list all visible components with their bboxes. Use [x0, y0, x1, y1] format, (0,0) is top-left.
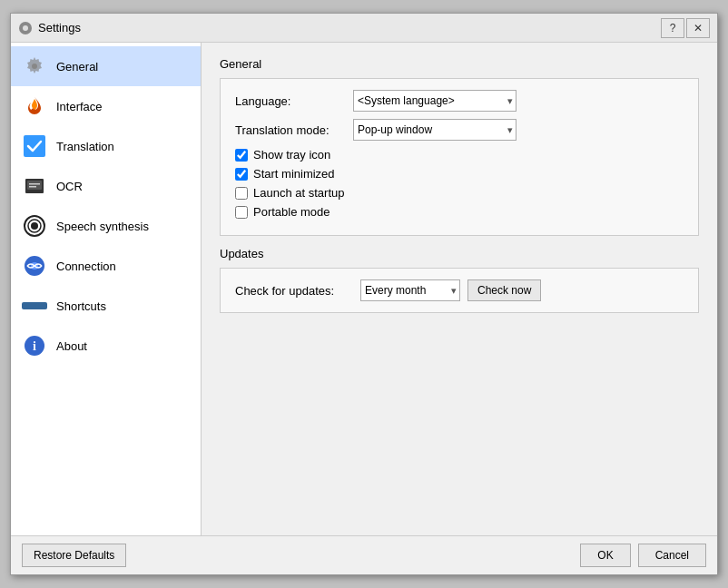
sidebar-list: General Interface [11, 43, 201, 535]
sidebar-item-ocr-label: OCR [56, 180, 83, 193]
ocr-icon [22, 173, 47, 199]
speech-icon [22, 213, 47, 239]
connection-icon [22, 253, 47, 279]
window-body: General Interface [11, 43, 717, 535]
app-icon [18, 21, 33, 35]
launch-at-startup-checkbox[interactable] [235, 187, 248, 200]
sidebar: General Interface [11, 43, 202, 535]
window-title: Settings [38, 21, 661, 34]
sidebar-item-general[interactable]: General [11, 46, 201, 86]
general-section-title: General [220, 57, 699, 71]
sidebar-item-interface[interactable]: Interface [11, 86, 201, 126]
sidebar-item-shortcuts[interactable]: Shortcuts [11, 286, 201, 326]
sidebar-item-about-label: About [56, 339, 87, 353]
title-bar: Settings ? ✕ [11, 14, 717, 43]
svg-rect-7 [29, 186, 36, 188]
check-interval-select-wrapper: Never Every day Every week Every month [360, 279, 460, 301]
sidebar-item-speech-label: Speech synthesis [56, 220, 149, 233]
show-tray-icon-checkbox[interactable] [235, 149, 248, 162]
flame-icon [22, 93, 47, 119]
bottom-bar: Restore Defaults OK Cancel [11, 535, 717, 574]
launch-at-startup-label[interactable]: Launch at startup [253, 186, 344, 200]
svg-rect-5 [27, 181, 42, 190]
sidebar-item-ocr[interactable]: OCR [11, 166, 201, 206]
launch-at-startup-row: Launch at startup [235, 186, 684, 200]
portable-mode-label[interactable]: Portable mode [253, 205, 330, 219]
svg-rect-6 [29, 183, 40, 185]
check-icon [22, 133, 47, 159]
sidebar-item-translation-label: Translation [56, 140, 114, 153]
help-button[interactable]: ? [661, 18, 684, 38]
svg-point-9 [31, 222, 38, 230]
sidebar-item-speech-synthesis[interactable]: Speech synthesis [11, 206, 201, 246]
window-controls: ? ✕ [661, 18, 710, 38]
sidebar-item-shortcuts-label: Shortcuts [56, 299, 106, 313]
start-minimized-checkbox[interactable] [235, 168, 248, 181]
main-content: General Language: <System language> Engl… [202, 43, 717, 535]
check-for-updates-label: Check for updates: [235, 284, 353, 298]
check-now-button[interactable]: Check now [467, 279, 541, 301]
language-label: Language: [235, 94, 353, 108]
bottom-right-buttons: OK Cancel [580, 544, 706, 567]
updates-section-title: Updates [220, 247, 699, 260]
translation-mode-label: Translation mode: [235, 123, 353, 137]
sidebar-item-translation[interactable]: Translation [11, 126, 201, 166]
close-button[interactable]: ✕ [686, 18, 710, 38]
general-section-box: Language: <System language> English Germ… [220, 78, 699, 236]
portable-mode-checkbox[interactable] [235, 206, 248, 219]
show-tray-icon-label[interactable]: Show tray icon [253, 148, 330, 162]
svg-point-1 [23, 25, 28, 31]
svg-rect-3 [24, 135, 45, 157]
language-row: Language: <System language> English Germ… [235, 90, 684, 112]
check-interval-select[interactable]: Never Every day Every week Every month [360, 279, 460, 301]
cancel-button[interactable]: Cancel [638, 544, 706, 567]
svg-text:i: i [33, 339, 36, 353]
language-select-wrapper: <System language> English German French … [353, 90, 516, 112]
translation-mode-select-wrapper: Pop-up window Inline External window [353, 119, 516, 141]
translation-mode-row: Translation mode: Pop-up window Inline E… [235, 119, 684, 141]
restore-defaults-button[interactable]: Restore Defaults [22, 544, 126, 567]
sidebar-item-connection[interactable]: Connection [11, 246, 201, 286]
check-for-updates-row: Check for updates: Never Every day Every… [235, 279, 684, 301]
about-icon: i [22, 333, 47, 358]
sidebar-item-about[interactable]: i About [11, 326, 201, 366]
portable-mode-row: Portable mode [235, 205, 684, 219]
start-minimized-row: Start minimized [235, 167, 684, 181]
sidebar-item-connection-label: Connection [56, 260, 116, 273]
shortcuts-icon [22, 293, 47, 318]
show-tray-icon-row: Show tray icon [235, 148, 684, 162]
settings-window: Settings ? ✕ General [10, 13, 718, 575]
language-select[interactable]: <System language> English German French … [353, 90, 516, 112]
ok-button[interactable]: OK [580, 544, 630, 567]
gear-icon [22, 54, 47, 79]
sidebar-item-interface-label: Interface [56, 100, 103, 113]
start-minimized-label[interactable]: Start minimized [253, 167, 335, 181]
updates-section-box: Check for updates: Never Every day Every… [220, 268, 699, 313]
translation-mode-select[interactable]: Pop-up window Inline External window [353, 119, 516, 141]
svg-rect-13 [22, 302, 47, 309]
sidebar-item-general-label: General [56, 60, 98, 74]
